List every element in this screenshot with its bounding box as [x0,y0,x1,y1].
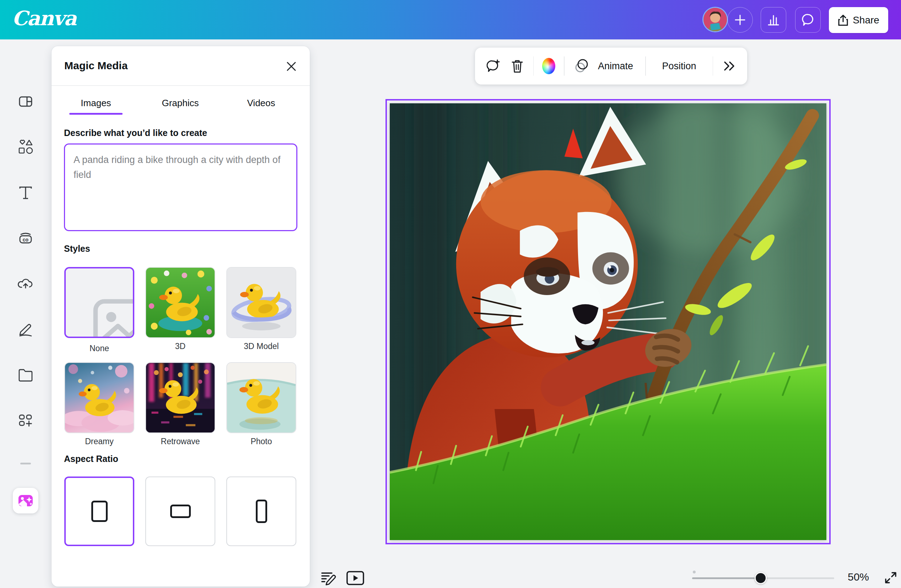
zoom-fit-marker [693,571,696,574]
fullscreen-icon [883,570,898,585]
brand-icon: co [17,230,34,246]
share-label: Share [853,14,879,26]
fullscreen-button[interactable] [882,569,899,586]
canva-editor: Canva [0,0,901,588]
sidebar-item-draw[interactable] [13,316,38,342]
styles-label: Styles [64,244,90,254]
close-button[interactable] [282,58,300,75]
sidebar-item-uploads[interactable] [13,271,38,297]
more-icon [722,60,736,72]
style-label: None [64,344,134,353]
sidebar: co [0,39,51,588]
notes-button[interactable] [319,569,338,587]
tab-videos[interactable]: Videos [240,92,282,114]
comments-button[interactable] [795,7,821,33]
style-label: 3D Model [226,342,296,351]
design-icon [17,93,34,110]
tab-graphics[interactable]: Graphics [154,92,206,114]
sidebar-item-brand[interactable]: co [13,226,38,251]
prompt-input[interactable] [64,143,298,231]
comment-add-button[interactable] [486,57,501,75]
position-button[interactable]: Position [655,61,704,72]
sidebar-item-projects[interactable] [13,362,38,388]
animate-label: Animate [594,61,637,72]
active-tab-underline [69,113,123,115]
sidebar-item-design[interactable] [13,89,38,114]
magic-media-panel: Magic Media Images Graphics Videos Descr… [51,46,310,586]
present-icon [346,570,365,586]
style-label: 3D [145,342,215,351]
draw-icon [17,320,34,338]
square-ratio-icon [91,501,108,522]
style-option-none[interactable] [64,267,134,338]
style-label: Photo [226,437,296,446]
apps-icon [17,413,34,429]
sidebar-item-elements[interactable] [13,134,38,160]
comment-add-icon [486,58,501,74]
avatar-image [703,8,727,31]
avatar[interactable] [703,8,727,31]
sidebar-item-apps[interactable] [13,408,38,434]
prompt-field-wrap [64,143,298,231]
more-button[interactable] [722,57,736,75]
style-label: Dreamy [64,437,134,446]
aspect-option-landscape[interactable] [145,476,215,546]
close-icon [285,61,298,72]
magic-media-icon [17,493,34,509]
uploads-icon [17,275,34,292]
animate-button[interactable]: Animate [573,57,637,75]
toolbar-divider [645,56,646,76]
animate-icon [573,58,589,74]
aspect-option-square[interactable] [64,476,134,546]
present-button[interactable] [345,569,365,587]
panel-title: Magic Media [64,60,128,72]
insights-icon [767,14,780,26]
trash-icon [510,58,524,74]
aspect-ratio-label: Aspect Ratio [64,454,118,464]
aspect-option-portrait[interactable] [226,476,296,546]
style-label: Retrowave [145,437,215,446]
elements-icon [17,139,34,155]
svg-text:co: co [23,237,28,243]
style-option-3d-model[interactable] [226,267,296,338]
prompt-label: Describe what you’d like to create [64,128,207,138]
style-option-dreamy[interactable] [64,362,134,433]
zoom-level[interactable]: 50% [848,571,869,583]
share-button[interactable]: Share [829,7,888,33]
sidebar-divider [20,463,31,464]
toolbar-divider [533,56,534,76]
portrait-ratio-icon [256,499,267,523]
toolbar-divider [564,56,564,76]
image-placeholder-icon [89,292,134,338]
canva-logo[interactable]: Canva [12,6,76,30]
comments-icon [801,13,815,26]
zoom-slider-handle[interactable] [754,572,767,584]
zoom-slider-fill [692,577,760,579]
text-icon [18,185,33,201]
context-toolbar: Animate Position [475,48,747,84]
top-bar: Canva [0,0,901,39]
add-button[interactable] [727,7,753,33]
sidebar-item-magic-media[interactable] [13,488,38,513]
tab-images[interactable]: Images [69,92,123,114]
color-wheel[interactable] [542,58,555,74]
insights-button[interactable] [761,7,786,33]
notes-icon [320,569,337,586]
projects-icon [17,366,34,383]
landscape-ratio-icon [170,504,191,518]
sidebar-item-text[interactable] [13,180,38,205]
add-icon [734,14,746,26]
share-icon [838,14,848,26]
style-option-retrowave[interactable] [145,362,215,433]
panel-divider [51,85,310,86]
selection-frame[interactable] [385,99,831,544]
delete-button[interactable] [510,57,525,75]
style-option-3d[interactable] [145,267,215,338]
style-option-photo[interactable] [226,362,296,433]
toolbar-divider [713,56,713,76]
